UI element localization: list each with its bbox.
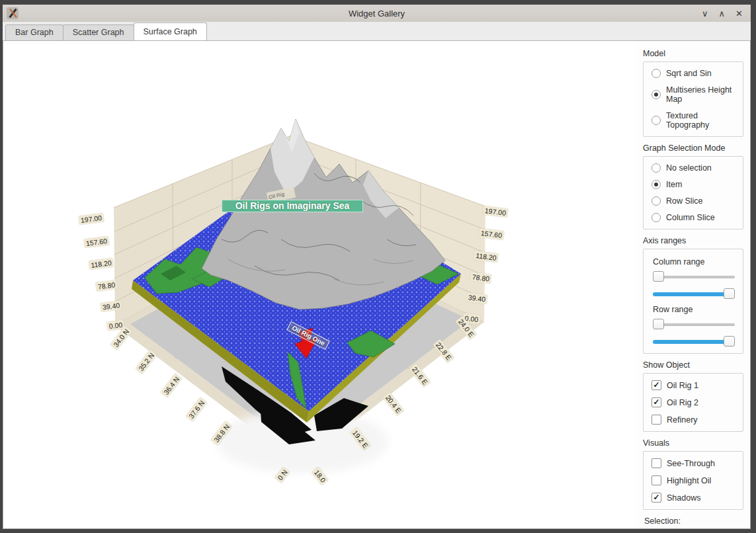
radio-icon[interactable] — [651, 69, 661, 78]
radio-icon[interactable] — [651, 213, 661, 222]
option-label: Item — [666, 180, 682, 189]
radio-icon[interactable] — [651, 196, 661, 206]
column-range-max-slider[interactable] — [651, 288, 736, 300]
radio-option-sqrt-and-sin[interactable]: Sqrt and Sin — [651, 69, 736, 78]
tab-bar-graph[interactable]: Bar Graph — [5, 24, 63, 40]
maximize-button[interactable]: ∧ — [719, 9, 726, 18]
column-max-handle[interactable] — [724, 288, 735, 299]
radio-option-textured-topography[interactable]: Textured Topography — [651, 111, 736, 130]
graph-title: Oil Rigs on Imaginary Sea — [222, 200, 363, 212]
option-label: Oil Rig 2 — [667, 398, 698, 407]
option-label: Shadows — [667, 493, 700, 503]
row-range-label: Row range — [653, 305, 736, 314]
selection-label: Selection: — [644, 516, 743, 526]
visuals-section-label: Visuals — [643, 438, 743, 448]
checkbox-icon[interactable] — [651, 475, 661, 485]
column-range-min-slider[interactable] — [651, 270, 736, 283]
checkbox-option-shadows[interactable]: ✓Shadows — [651, 493, 736, 503]
checkbox-checked-icon[interactable]: ✓ — [651, 493, 661, 503]
row-range-max-slider[interactable] — [651, 335, 736, 348]
option-label: Textured Topography — [666, 111, 736, 130]
tab-bar: Bar GraphScatter GraphSurface Graph — [3, 22, 751, 40]
selection-mode-groupbox: No selectionItemRow SliceColumn Slice — [643, 156, 743, 229]
column-min-handle[interactable] — [653, 271, 664, 282]
option-label: See-Through — [667, 459, 715, 468]
window-title: Widget Gallery — [3, 9, 751, 19]
content-area: Oil Rig Two Oil Rigs on Imaginary Sea Oi… — [3, 40, 751, 529]
selection-mode-section-label: Graph Selection Mode — [643, 144, 743, 153]
model-section-label: Model — [643, 49, 743, 58]
axis-ranges-groupbox: Column range Row range — [643, 249, 743, 354]
checkbox-option-highlight-oil[interactable]: Highlight Oil — [651, 475, 736, 485]
show-object-section-label: Show Object — [643, 360, 743, 370]
checkbox-checked-icon[interactable]: ✓ — [651, 380, 661, 390]
checkbox-option-refinery[interactable]: Refinery — [651, 415, 736, 425]
checkbox-checked-icon[interactable]: ✓ — [651, 397, 661, 407]
radio-selected-icon[interactable] — [651, 180, 661, 189]
row-range-min-slider[interactable] — [651, 318, 736, 331]
row-max-handle[interactable] — [724, 336, 735, 347]
column-range-label: Column range — [653, 257, 736, 266]
title-bar[interactable]: Widget Gallery ∨ ∧ ✕ — [3, 5, 751, 22]
option-label: Highlight Oil — [667, 476, 711, 485]
visuals-groupbox: See-ThroughHighlight Oil✓Shadows — [643, 451, 743, 510]
minimize-button[interactable]: ∨ — [702, 9, 708, 18]
control-panel: Model Sqrt and SinMultiseries Height Map… — [636, 41, 750, 528]
option-label: Column Slice — [666, 213, 715, 222]
radio-icon[interactable] — [651, 163, 661, 173]
radio-option-no-selection[interactable]: No selection — [651, 163, 736, 173]
radio-selected-icon[interactable] — [651, 90, 661, 99]
checkbox-icon[interactable] — [651, 415, 661, 425]
app-window: Widget Gallery ∨ ∧ ✕ Bar GraphScatter Gr… — [3, 5, 751, 529]
radio-option-column-slice[interactable]: Column Slice — [651, 213, 736, 222]
surface-graph-canvas[interactable]: Oil Rig Two Oil Rigs on Imaginary Sea Oi… — [3, 41, 636, 528]
option-label: Refinery — [667, 415, 698, 425]
checkbox-option-oil-rig-2[interactable]: ✓Oil Rig 2 — [651, 397, 736, 407]
option-label: Row Slice — [666, 196, 703, 206]
radio-icon[interactable] — [651, 116, 661, 125]
tab-scatter-graph[interactable]: Scatter Graph — [63, 24, 134, 40]
checkbox-option-oil-rig-1[interactable]: ✓Oil Rig 1 — [651, 380, 736, 390]
option-label: Multiseries Height Map — [666, 85, 736, 104]
tab-surface-graph[interactable]: Surface Graph — [134, 22, 207, 40]
radio-option-row-slice[interactable]: Row Slice — [651, 196, 736, 206]
model-groupbox: Sqrt and SinMultiseries Height MapTextur… — [643, 62, 743, 137]
close-button[interactable]: ✕ — [735, 9, 743, 18]
radio-option-item[interactable]: Item — [651, 180, 736, 189]
axis-ranges-section-label: Axis ranges — [643, 236, 743, 245]
radio-option-multiseries-height-map[interactable]: Multiseries Height Map — [651, 85, 736, 104]
row-min-handle[interactable] — [653, 319, 664, 329]
checkbox-option-see-through[interactable]: See-Through — [651, 458, 736, 468]
option-label: No selection — [666, 163, 712, 173]
show-object-groupbox: ✓Oil Rig 1✓Oil Rig 2Refinery — [643, 373, 743, 432]
option-label: Sqrt and Sin — [666, 69, 712, 78]
checkbox-icon[interactable] — [651, 458, 661, 468]
option-label: Oil Rig 1 — [667, 381, 698, 390]
